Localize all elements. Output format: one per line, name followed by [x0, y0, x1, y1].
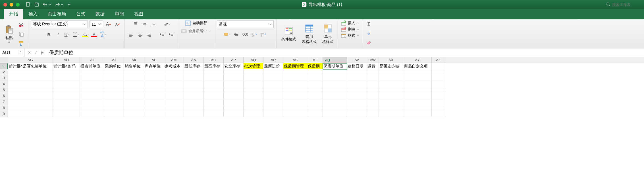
cell-AK6[interactable] [124, 93, 144, 99]
cell-AZ6[interactable] [432, 93, 445, 99]
cell-AU8[interactable] [323, 105, 347, 111]
cell-AM3[interactable] [164, 75, 184, 81]
font-color-button[interactable]: A [91, 31, 98, 38]
cell-AP3[interactable] [224, 75, 244, 81]
cell-AM6[interactable] [164, 93, 184, 99]
cell-AT5[interactable] [307, 87, 323, 93]
cell-AG5[interactable] [8, 87, 53, 93]
cell-AP6[interactable] [224, 93, 244, 99]
align-center-button[interactable] [136, 31, 144, 38]
align-left-button[interactable] [127, 31, 135, 38]
cell-AM9[interactable] [164, 111, 184, 117]
column-header-AW[interactable]: AW [367, 57, 379, 63]
minimize-window-button[interactable] [10, 3, 13, 7]
cell-AM8[interactable] [164, 105, 184, 111]
cell-AI5[interactable] [80, 87, 104, 93]
cell-AV6[interactable] [347, 93, 367, 99]
cell-AO5[interactable] [204, 87, 224, 93]
decrease-decimal-button[interactable]: .00.0 [260, 31, 267, 38]
search-input[interactable] [612, 3, 641, 7]
cell-AU9[interactable] [323, 111, 347, 117]
row-header-9[interactable]: 9 [0, 111, 8, 117]
table-format-button[interactable]: 套用 表格格式 [300, 23, 318, 46]
column-header-AJ[interactable]: AJ [104, 57, 124, 63]
phonetic-button[interactable]: abcA [100, 31, 107, 38]
cell-AS8[interactable] [283, 105, 307, 111]
row-header-5[interactable]: 5 [0, 87, 8, 93]
cell-AS6[interactable] [283, 93, 307, 99]
cell-AY1[interactable]: 商品自定义项 [403, 63, 432, 69]
column-header-AR[interactable]: AR [263, 57, 283, 63]
cell-AY8[interactable] [403, 105, 432, 111]
font-name-select[interactable]: 等线 Regular (正文) [31, 21, 88, 28]
cell-AY2[interactable] [403, 69, 432, 75]
cell-AX5[interactable] [379, 87, 403, 93]
italic-button[interactable]: I [54, 31, 62, 38]
align-right-button[interactable] [146, 31, 153, 38]
cell-AQ1[interactable]: 批次管理 [244, 63, 263, 69]
column-header-AN[interactable]: AN [184, 57, 204, 63]
cut-button[interactable] [18, 21, 25, 29]
cell-AW2[interactable] [367, 69, 379, 75]
clear-button[interactable] [365, 39, 373, 46]
cell-AN9[interactable] [184, 111, 204, 117]
cell-AM1[interactable]: 参考成本 [164, 63, 184, 69]
cell-AT4[interactable] [307, 81, 323, 87]
cell-AG9[interactable] [8, 111, 53, 117]
row-header-2[interactable]: 2 [0, 69, 8, 75]
row-header-6[interactable]: 6 [0, 93, 8, 99]
cell-AZ3[interactable] [432, 75, 445, 81]
cell-AL2[interactable] [144, 69, 164, 75]
cell-AL5[interactable] [144, 87, 164, 93]
search-box[interactable] [606, 3, 641, 7]
borders-button[interactable] [72, 31, 80, 38]
cell-AO1[interactable]: 最高库存 [204, 63, 224, 69]
cell-AV9[interactable] [347, 111, 367, 117]
cell-AV5[interactable] [347, 87, 367, 93]
cell-AS4[interactable] [283, 81, 307, 87]
cell-AN5[interactable] [184, 87, 204, 93]
cell-AI4[interactable] [80, 81, 104, 87]
cell-AI1[interactable]: 报表辅单位 [80, 63, 104, 69]
cell-AQ2[interactable] [244, 69, 263, 75]
decrease-indent-button[interactable] [159, 31, 166, 38]
cell-AO2[interactable] [204, 69, 224, 75]
cell-AL3[interactable] [144, 75, 164, 81]
currency-button[interactable] [223, 31, 231, 38]
column-header-AK[interactable]: AK [124, 57, 144, 63]
cell-AH4[interactable] [53, 81, 80, 87]
insert-cells-button[interactable]: 插入 [341, 21, 359, 26]
align-top-button[interactable] [132, 21, 139, 28]
increase-indent-button[interactable] [168, 31, 175, 38]
cell-AZ8[interactable] [432, 105, 445, 111]
cell-AV3[interactable] [347, 75, 367, 81]
cell-AI7[interactable] [80, 99, 104, 105]
column-header-AG[interactable]: AG [8, 57, 53, 63]
cell-AH1[interactable]: 辅计量4条码 [53, 63, 80, 69]
cell-AI6[interactable] [80, 93, 104, 99]
cell-AZ4[interactable] [432, 81, 445, 87]
cell-AS3[interactable] [283, 75, 307, 81]
cell-AO3[interactable] [204, 75, 224, 81]
cell-AT7[interactable] [307, 99, 323, 105]
cell-AL4[interactable] [144, 81, 164, 87]
cell-AJ3[interactable] [104, 75, 124, 81]
cell-AP9[interactable] [224, 111, 244, 117]
cell-AH9[interactable] [53, 111, 80, 117]
column-header-AZ[interactable]: AZ [432, 57, 445, 63]
column-header-AL[interactable]: AL [144, 57, 164, 63]
cell-AR7[interactable] [263, 99, 283, 105]
cell-AM7[interactable] [164, 99, 184, 105]
column-header-AH[interactable]: AH [53, 57, 80, 63]
cell-AU1[interactable]: 保质期单位 [323, 63, 347, 69]
cell-AS9[interactable] [283, 111, 307, 117]
column-header-AQ[interactable]: AQ [244, 57, 263, 63]
cell-AV7[interactable] [347, 99, 367, 105]
increase-decimal-button[interactable]: .0.00 [251, 31, 258, 38]
cell-AK2[interactable] [124, 69, 144, 75]
cell-AT8[interactable] [307, 105, 323, 111]
cell-AJ2[interactable] [104, 69, 124, 75]
cell-AK7[interactable] [124, 99, 144, 105]
tab-5[interactable]: 审阅 [110, 9, 129, 19]
underline-button[interactable]: U [63, 31, 71, 38]
